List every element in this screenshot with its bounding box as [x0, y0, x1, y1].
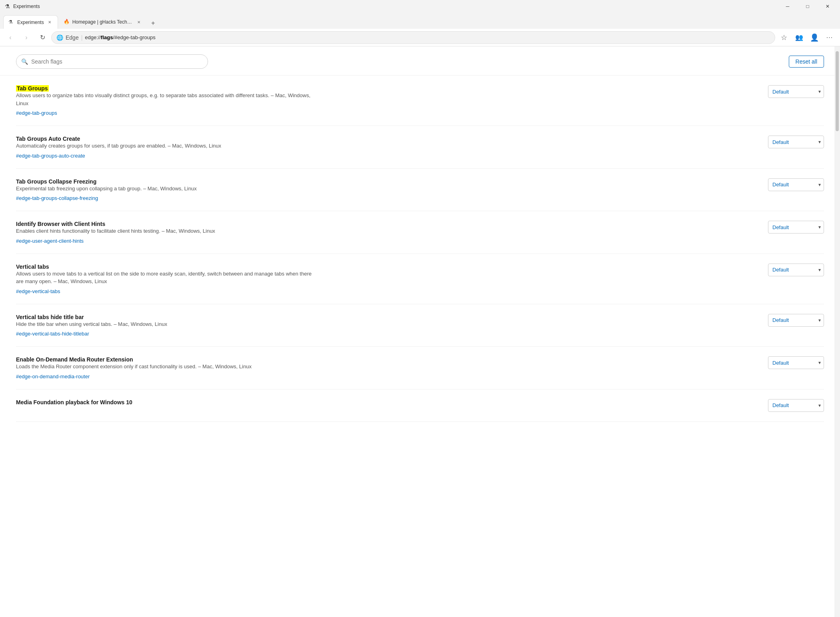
refresh-button[interactable]: ↻: [35, 30, 50, 45]
tab-bar: ⚗ Experiments ✕ 🔥 Homepage | gHacks Tech…: [0, 13, 840, 29]
nav-right-buttons: ☆ 👥 👤 ···: [777, 30, 837, 45]
flag-item-tab-groups: Tab Groups Allows users to organize tabs…: [16, 76, 824, 126]
tab-ghacks[interactable]: 🔥 Homepage | gHacks Technology ✕: [59, 15, 147, 29]
flag-control: DefaultEnabledDisabled: [768, 356, 824, 369]
flag-description: Hide the title bar when using vertical t…: [16, 320, 320, 328]
flag-link[interactable]: #edge-on-demand-media-router: [16, 373, 90, 379]
tab-experiments-close[interactable]: ✕: [46, 19, 53, 26]
favorites-button[interactable]: ☆: [777, 30, 791, 45]
flag-select-wrapper[interactable]: DefaultEnabledDisabled: [768, 85, 824, 98]
flag-select-wrapper[interactable]: DefaultEnabledDisabled: [768, 136, 824, 148]
nav-bar: ‹ › ↻ 🌐 Edge | edge://flags/#edge-tab-gr…: [0, 29, 840, 46]
flag-select-wrapper[interactable]: DefaultEnabledDisabled: [768, 221, 824, 234]
flag-link[interactable]: #edge-tab-groups-collapse-freezing: [16, 195, 98, 201]
flag-info: Media Foundation playback for Windows 10: [16, 399, 752, 405]
flag-title: Media Foundation playback for Windows 10: [16, 399, 132, 405]
flag-control: DefaultEnabledDisabled: [768, 221, 824, 234]
url-display: edge://flags/#edge-tab-groups: [85, 34, 770, 40]
flag-description: Allows users to move tabs to a vertical …: [16, 270, 320, 286]
flag-description: Loads the Media Router component extensi…: [16, 363, 320, 371]
flag-select[interactable]: DefaultEnabledDisabled: [768, 264, 824, 276]
window-title: Experiments: [13, 4, 40, 9]
flag-select[interactable]: DefaultEnabledDisabled: [768, 221, 824, 234]
flag-control: DefaultEnabledDisabled: [768, 178, 824, 191]
search-icon: 🔍: [21, 58, 28, 65]
forward-button[interactable]: ›: [19, 30, 34, 45]
flag-description: Automatically creates groups for users, …: [16, 142, 320, 150]
flag-control: DefaultEnabledDisabled: [768, 399, 824, 412]
tab-ghacks-label: Homepage | gHacks Technology: [72, 19, 133, 25]
flag-control: DefaultEnabledDisabled: [768, 314, 824, 327]
flag-control: DefaultEnabledDisabled: [768, 85, 824, 98]
flag-info: Tab Groups Collapse Freezing Experimenta…: [16, 178, 752, 202]
address-separator: |: [81, 34, 83, 41]
flag-select[interactable]: DefaultEnabledDisabled: [768, 314, 824, 327]
url-flags-highlight: flags: [101, 34, 113, 40]
flag-link[interactable]: #edge-tab-groups: [16, 110, 57, 116]
flag-select-wrapper[interactable]: DefaultEnabledDisabled: [768, 314, 824, 327]
flag-title: Tab Groups Collapse Freezing: [16, 178, 96, 185]
flag-link[interactable]: #edge-user-agent-client-hints: [16, 238, 84, 244]
flag-info: Tab Groups Allows users to organize tabs…: [16, 85, 752, 116]
minimize-button[interactable]: ─: [778, 0, 797, 13]
maximize-button[interactable]: □: [798, 0, 817, 13]
flag-item-media-foundation-playback: Media Foundation playback for Windows 10…: [16, 389, 824, 422]
flag-item-vertical-tabs: Vertical tabs Allows users to move tabs …: [16, 254, 824, 304]
flag-info: Tab Groups Auto Create Automatically cre…: [16, 136, 752, 159]
flag-link[interactable]: #edge-tab-groups-auto-create: [16, 153, 85, 159]
window-icon: ⚗: [5, 3, 10, 10]
flag-item-vertical-tabs-hide-title-bar: Vertical tabs hide title bar Hide the ti…: [16, 304, 824, 347]
title-bar: ⚗ Experiments ─ □ ✕: [0, 0, 840, 13]
profile-button[interactable]: 👤: [807, 30, 822, 45]
scroll-thumb[interactable]: [836, 51, 839, 131]
flag-title: Identify Browser with Client Hints: [16, 221, 105, 227]
reset-all-button[interactable]: Reset all: [789, 56, 824, 68]
flag-item-tab-groups-auto-create: Tab Groups Auto Create Automatically cre…: [16, 126, 824, 169]
flag-select-wrapper[interactable]: DefaultEnabledDisabled: [768, 356, 824, 369]
main-content: 🔍 Reset all Tab Groups Allows users to o…: [0, 46, 840, 617]
flag-link[interactable]: #edge-vertical-tabs-hide-titlebar: [16, 331, 89, 337]
flag-info: Vertical tabs Allows users to move tabs …: [16, 264, 752, 294]
flags-list: Tab Groups Allows users to organize tabs…: [0, 76, 840, 422]
search-input[interactable]: [31, 58, 203, 65]
flag-item-enable-on-demand-media-router: Enable On-Demand Media Router Extension …: [16, 347, 824, 389]
tab-experiments-label: Experiments: [17, 20, 44, 25]
flag-description: Enables client hints functionality to fa…: [16, 227, 320, 235]
flag-select-wrapper[interactable]: DefaultEnabledDisabled: [768, 264, 824, 276]
tab-experiments[interactable]: ⚗ Experiments ✕: [3, 15, 58, 29]
tab-experiments-favicon: ⚗: [8, 19, 15, 26]
close-button[interactable]: ✕: [818, 0, 837, 13]
flag-select[interactable]: DefaultEnabledDisabled: [768, 178, 824, 191]
collections-button[interactable]: 👥: [792, 30, 806, 45]
flag-control: DefaultEnabledDisabled: [768, 264, 824, 276]
flag-description: Allows users to organize tabs into visua…: [16, 92, 320, 107]
settings-menu-button[interactable]: ···: [822, 30, 837, 45]
flag-select-wrapper[interactable]: DefaultEnabledDisabled: [768, 399, 824, 412]
flag-select[interactable]: DefaultEnabledDisabled: [768, 399, 824, 412]
back-button[interactable]: ‹: [3, 30, 18, 45]
browser-brand: Edge: [66, 34, 79, 41]
tab-ghacks-favicon: 🔥: [64, 19, 70, 25]
flag-select[interactable]: DefaultEnabledDisabled: [768, 356, 824, 369]
search-box[interactable]: 🔍: [16, 54, 208, 69]
new-tab-button[interactable]: +: [148, 18, 159, 29]
address-bar[interactable]: 🌐 Edge | edge://flags/#edge-tab-groups: [51, 31, 775, 44]
flag-info: Enable On-Demand Media Router Extension …: [16, 356, 752, 379]
flag-link[interactable]: #edge-vertical-tabs: [16, 288, 60, 294]
flag-title: Tab Groups Auto Create: [16, 136, 80, 142]
flag-control: DefaultEnabledDisabled: [768, 136, 824, 148]
scrollbar[interactable]: [834, 46, 840, 617]
flag-title: Enable On-Demand Media Router Extension: [16, 356, 133, 363]
flag-item-identify-browser-client-hints: Identify Browser with Client Hints Enabl…: [16, 211, 824, 254]
edge-logo-icon: 🌐: [56, 34, 63, 41]
tab-ghacks-close[interactable]: ✕: [136, 19, 142, 25]
flag-description: Experimental tab freezing upon collapsin…: [16, 185, 320, 193]
flag-select[interactable]: DefaultEnabledDisabled: [768, 136, 824, 148]
flag-info: Identify Browser with Client Hints Enabl…: [16, 221, 752, 244]
search-area: 🔍 Reset all: [0, 46, 840, 76]
flag-title: Vertical tabs hide title bar: [16, 314, 84, 320]
flag-select-wrapper[interactable]: DefaultEnabledDisabled: [768, 178, 824, 191]
flag-title: Vertical tabs: [16, 264, 49, 270]
flag-item-tab-groups-collapse-freezing: Tab Groups Collapse Freezing Experimenta…: [16, 169, 824, 212]
flag-select[interactable]: DefaultEnabledDisabled: [768, 85, 824, 98]
